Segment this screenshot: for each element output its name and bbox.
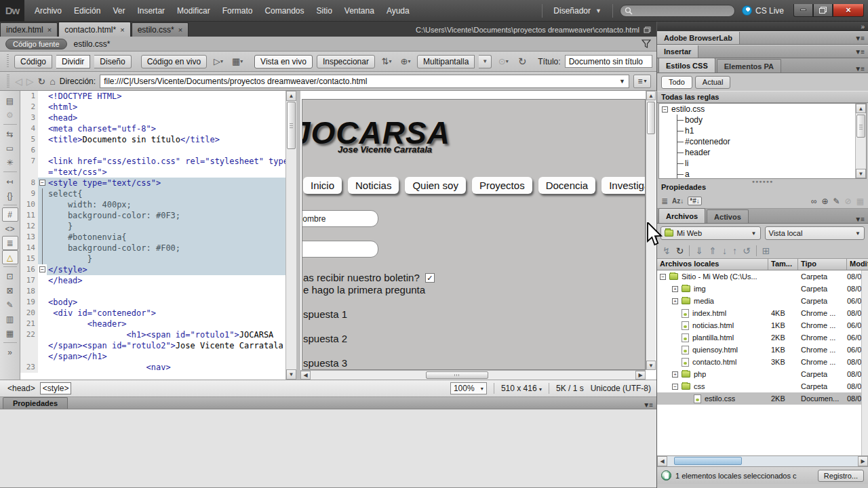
insert-tab[interactable]: Insertar xyxy=(657,45,698,58)
rules-scrollbar-thumb[interactable] xyxy=(856,115,865,138)
insert-panel[interactable]: Insertar ▼≡ xyxy=(657,45,868,58)
collapse-icon[interactable]: − xyxy=(660,274,666,280)
tab-ap-elements[interactable]: Elementos PA xyxy=(717,59,781,73)
menu-comandos[interactable]: Comandos xyxy=(258,0,310,22)
all-mode-button[interactable]: Todo xyxy=(661,76,692,89)
css-rules-list[interactable]: − estilo.css bodyh1#contenedorheaderlial… xyxy=(658,103,867,179)
show-category-view-icon[interactable]: ≣ xyxy=(661,197,668,206)
open-documents-icon[interactable]: ▤ xyxy=(2,94,18,108)
menu-archivo[interactable]: Archivo xyxy=(28,0,68,22)
get-files-icon[interactable]: ⇓ xyxy=(695,245,703,256)
code-editor[interactable]: 1<!DOCTYPE HTML>2<html>3<head>4<meta cha… xyxy=(20,91,296,380)
close-tab-icon[interactable]: × xyxy=(120,26,124,34)
file-row-php[interactable]: +phpCarpeta08/09/ xyxy=(657,368,861,380)
menu-edición[interactable]: Edición xyxy=(68,0,106,22)
restore-doc-icon[interactable] xyxy=(644,27,651,33)
code-navigator-icon[interactable]: ⚙ xyxy=(2,108,18,122)
collapse-tree-icon[interactable]: − xyxy=(662,106,668,113)
rules-root-row[interactable]: − estilo.css xyxy=(659,104,854,115)
collapse-selection-icon[interactable]: ▭ xyxy=(2,141,18,155)
syntax-error-alerts-icon[interactable]: ≣ xyxy=(2,236,18,250)
browserlab-tab[interactable]: Adobe BrowserLab xyxy=(657,32,740,44)
file-row-index-html[interactable]: index.html4KBChrome ...08/09/ xyxy=(657,307,861,319)
select-parent-tag-icon[interactable]: ↤ xyxy=(2,174,18,188)
file-row-sitio-mi-web-c-us-[interactable]: −Sitio - Mi Web (C:\Us...Carpeta08/09/ xyxy=(657,270,861,283)
inspect-button[interactable]: Inspeccionar xyxy=(317,55,375,68)
design-view-button[interactable]: Diseño xyxy=(94,55,131,68)
address-dropdown-icon[interactable]: ▼ xyxy=(619,78,625,85)
addressbar-grip[interactable] xyxy=(7,75,9,87)
zoom-select[interactable]: 100% ▾ xyxy=(450,382,487,394)
show-set-properties-icon[interactable]: *#↓ xyxy=(688,197,701,205)
file-row-css[interactable]: −cssCarpeta08/09/ xyxy=(657,380,861,392)
file-row-media[interactable]: +mediaCarpeta06/09/ xyxy=(657,295,861,307)
address-input[interactable]: file:///C|/Users/Vicente/Documents/proye… xyxy=(100,75,629,88)
sort-az-icon[interactable]: Az↓ xyxy=(672,197,684,205)
tab-css-styles[interactable]: Estilos CSS xyxy=(658,58,715,73)
file-row-img[interactable]: +imgCarpeta08/09/ xyxy=(657,283,861,295)
filter-icon[interactable] xyxy=(642,39,651,48)
file-row-plantilla-html[interactable]: plantilla.html2KBChrome ...06/09/ xyxy=(657,331,861,344)
css-rule-h1[interactable]: h1 xyxy=(685,125,854,136)
close-button[interactable]: × xyxy=(833,4,864,17)
close-tab-icon[interactable]: × xyxy=(178,26,182,34)
back-icon[interactable]: ◁ xyxy=(15,76,22,87)
syntax-warning-icon[interactable]: △ xyxy=(2,250,18,264)
design-nav-inicio[interactable]: Inicio xyxy=(303,177,342,194)
refresh-design-icon[interactable]: ↻ xyxy=(515,55,530,68)
tab-assets[interactable]: Activos xyxy=(707,209,749,223)
menu-sitio[interactable]: Sitio xyxy=(310,0,338,22)
refresh-icon[interactable]: ↻ xyxy=(38,76,46,87)
panel-menu-icon[interactable]: ▼≡ xyxy=(850,216,868,223)
panel-menu-icon[interactable]: ▼≡ xyxy=(850,65,868,73)
expand-icon[interactable]: + xyxy=(672,298,678,304)
file-row-contacto-html[interactable]: contacto.html3KBChrome ...08/09/ xyxy=(657,356,861,368)
move-css-rule-icon[interactable]: ▦ xyxy=(2,326,18,340)
panel-menu-icon[interactable]: ▼≡ xyxy=(850,35,868,42)
remove-comment-icon[interactable]: ⊠ xyxy=(2,283,18,298)
title-input[interactable]: Documento sin título xyxy=(565,55,652,68)
tab-files[interactable]: Archivos xyxy=(658,208,705,223)
log-button[interactable]: Registro... xyxy=(818,470,864,482)
collapse-icon[interactable]: − xyxy=(672,384,678,390)
edit-rule-icon[interactable]: ✎ xyxy=(833,197,840,206)
column-size[interactable]: Tam... xyxy=(768,259,798,270)
menu-modificar[interactable]: Modificar xyxy=(171,0,216,22)
expand-panel-icon[interactable]: ⊞ xyxy=(762,245,770,256)
design-document[interactable]: JOCARSA Jose Vicente Carratala InicioNot… xyxy=(302,99,646,370)
check-in-icon[interactable]: ↑ xyxy=(732,245,737,256)
split-view-button[interactable]: Dividir xyxy=(56,55,90,68)
check-out-icon[interactable]: ↓ xyxy=(722,245,727,256)
new-css-rule-icon[interactable]: ⊕ xyxy=(821,197,828,206)
menu-insertar[interactable]: Insertar xyxy=(131,0,171,22)
column-name[interactable]: Archivos locales xyxy=(657,259,768,270)
doc-tab-estilocss[interactable]: estilo.css*× xyxy=(132,22,189,37)
cs-live-button[interactable]: CS Live xyxy=(742,5,784,16)
live-code-navigation-icon[interactable]: ▷▾ xyxy=(211,55,226,68)
doc-tab-indexhtml[interactable]: index.html× xyxy=(0,22,58,37)
close-tab-icon[interactable]: × xyxy=(47,26,52,34)
forward-icon[interactable]: ▷ xyxy=(26,76,34,87)
window-size-select[interactable]: 510 x 416 ▾ xyxy=(501,384,542,393)
rules-scrollbar[interactable]: ▲ ▼ xyxy=(855,104,866,178)
menu-ayuda[interactable]: Ayuda xyxy=(380,0,416,22)
tag-selector-style[interactable]: <style> xyxy=(40,382,72,394)
column-modified[interactable]: Modif xyxy=(847,259,868,270)
scroll-left-icon[interactable]: ◀ xyxy=(657,456,667,466)
scroll-right-icon[interactable]: ▶ xyxy=(858,456,868,466)
code-scrollbar-thumb[interactable] xyxy=(287,102,296,149)
scroll-right-icon[interactable]: ▶ xyxy=(635,371,646,380)
current-mode-button[interactable]: Actual xyxy=(695,76,731,89)
design-nav-docencia[interactable]: Docencia xyxy=(538,177,596,194)
minimize-button[interactable] xyxy=(793,4,813,17)
panel-menu-icon[interactable]: ▼≡ xyxy=(850,48,868,56)
site-select[interactable]: Mi Web ▼ xyxy=(660,226,761,240)
column-type[interactable]: Tipo xyxy=(798,259,847,270)
live-view-button[interactable]: Vista en vivo xyxy=(254,55,313,68)
preview-in-browser-icon[interactable]: ⊕▾ xyxy=(398,55,413,68)
design-checkbox[interactable]: ✓ xyxy=(425,273,435,283)
multiscreen-button[interactable]: Multipantalla xyxy=(417,55,475,68)
home-icon[interactable]: ⌂ xyxy=(50,76,55,87)
scroll-up-icon[interactable]: ▲ xyxy=(286,91,296,101)
recent-snippets-icon[interactable]: ▥ xyxy=(2,312,18,326)
